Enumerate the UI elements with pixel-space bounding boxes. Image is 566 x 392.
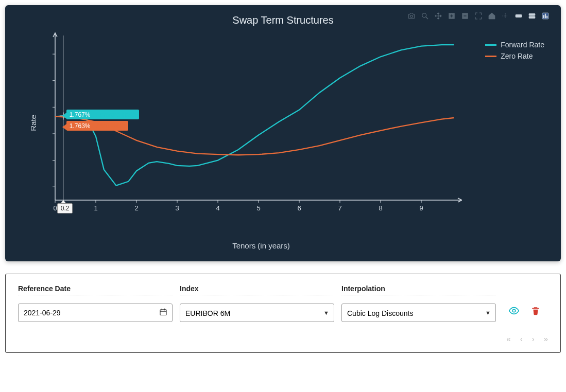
svg-text:0: 0 — [53, 204, 57, 212]
camera-icon[interactable] — [406, 11, 417, 21]
pager: « ‹ › » — [18, 334, 548, 343]
pager-prev-icon[interactable]: ‹ — [520, 334, 523, 343]
legend: Forward RateZero Rate — [485, 41, 544, 63]
plotly-logo-icon[interactable] — [540, 11, 551, 21]
eye-icon[interactable] — [508, 305, 520, 319]
svg-line-2 — [426, 17, 428, 19]
svg-rect-16 — [543, 15, 544, 18]
plot-area[interactable]: Rate 01234567891.50%1.60%1.70%1.80%1.90%… — [50, 30, 472, 216]
hover-closest-icon[interactable] — [513, 11, 524, 21]
svg-text:6: 6 — [297, 204, 301, 212]
svg-rect-18 — [546, 16, 547, 18]
svg-rect-12 — [516, 14, 522, 17]
reference-date-input[interactable] — [18, 304, 173, 322]
svg-text:2: 2 — [134, 204, 138, 212]
svg-text:4: 4 — [216, 204, 219, 212]
svg-point-1 — [422, 13, 426, 17]
legend-item[interactable]: Zero Rate — [485, 52, 544, 60]
pager-next-icon[interactable]: › — [532, 334, 535, 343]
svg-text:7: 7 — [338, 204, 341, 212]
index-select[interactable]: EURIBOR 6M — [180, 304, 334, 322]
svg-text:5: 5 — [256, 204, 260, 212]
reference-date-label: Reference Date — [18, 284, 173, 295]
pan-icon[interactable] — [433, 11, 443, 21]
svg-rect-17 — [545, 14, 546, 18]
index-label: Index — [180, 284, 334, 295]
spike-icon[interactable] — [500, 11, 510, 21]
chart-card: Swap Term Structures Rate 01234567891.50… — [5, 5, 561, 261]
pager-first-icon[interactable]: « — [506, 334, 510, 343]
hover-value-label: 1.763%Zero Rate — [66, 121, 129, 131]
legend-item[interactable]: Forward Rate — [485, 41, 544, 49]
svg-rect-13 — [529, 13, 535, 15]
svg-point-60 — [512, 309, 516, 312]
legend-label: Forward Rate — [501, 41, 544, 49]
hover-x-label: 0.2 — [57, 203, 73, 213]
svg-text:3: 3 — [175, 204, 179, 212]
zoom-out-icon[interactable] — [460, 11, 470, 21]
y-axis-label: Rate — [29, 115, 38, 131]
interpolation-label: Interpolation — [341, 284, 496, 295]
x-axis-label: Tenors (in years) — [50, 241, 472, 250]
hover-value-label: 1.767%Forward Rate — [66, 110, 139, 119]
zoom-in-icon[interactable] — [447, 11, 457, 21]
autoscale-icon[interactable] — [473, 11, 484, 21]
legend-swatch — [485, 56, 496, 57]
legend-swatch — [485, 44, 496, 46]
svg-text:1: 1 — [94, 204, 97, 212]
trash-icon[interactable] — [531, 306, 540, 318]
svg-rect-14 — [529, 16, 535, 19]
svg-text:8: 8 — [379, 204, 382, 212]
row-actions — [503, 305, 548, 322]
svg-text:9: 9 — [419, 204, 423, 212]
controls-card: Reference Date Index EURIBOR 6M ▼ Interp… — [5, 274, 561, 353]
pager-last-icon[interactable]: » — [544, 334, 548, 343]
svg-point-0 — [410, 15, 413, 17]
hover-compare-icon[interactable] — [527, 11, 537, 21]
legend-label: Zero Rate — [501, 52, 533, 60]
home-icon[interactable] — [487, 11, 497, 21]
plot-toolbar — [406, 11, 551, 21]
zoom-icon[interactable] — [420, 11, 430, 21]
interpolation-select[interactable]: Cubic Log Discounts — [341, 304, 496, 322]
